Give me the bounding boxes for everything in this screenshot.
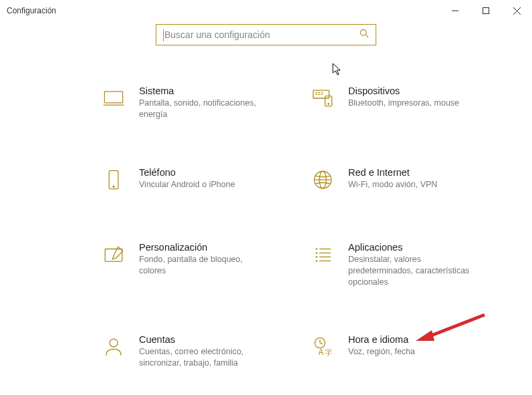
system-icon [100,87,127,114]
tile-accounts[interactable]: Cuentas Cuentas, correo electrónico, sin… [100,334,261,369]
svg-line-34 [320,343,323,344]
svg-text:字: 字 [325,348,332,356]
svg-rect-6 [104,92,122,103]
phone-icon [100,168,127,195]
tile-desc: Wi-Fi, modo avión, VPN [348,179,470,190]
tile-personalization[interactable]: Personalización Fondo, pantalla de bloqu… [100,242,261,288]
tile-title: Red e Internet [348,167,470,178]
time-language-icon: A 字 [309,336,336,362]
close-button[interactable] [501,0,532,21]
tile-title: Dispositivos [348,86,470,96]
search-wrap [0,24,532,45]
tile-desc: Vincular Android o iPhone [139,179,261,190]
apps-icon [309,243,336,270]
tile-desc: Cuentas, correo electrónico, sincronizar… [139,346,261,369]
svg-point-18 [113,186,114,187]
tile-title: Aplicaciones [348,242,470,253]
settings-grid: Sistema Pantalla, sonido, notificaciones… [0,86,532,369]
tile-desc: Voz, región, fecha [348,346,470,358]
tile-desc: Bluetooth, impresoras, mouse [348,98,470,109]
tile-time-language[interactable]: A 字 Hora e idioma Voz, región, fecha [309,334,470,369]
mouse-cursor-icon [332,63,343,79]
svg-point-27 [315,256,317,258]
tile-network[interactable]: Red e Internet Wi-Fi, modo avión, VPN [309,167,470,195]
tile-desc: Pantalla, sonido, notificaciones, energí… [139,98,261,120]
window-buttons [440,0,532,21]
tile-title: Teléfono [139,167,261,178]
maximize-button[interactable] [471,0,501,21]
svg-point-31 [110,339,118,347]
search-icon [360,29,369,41]
svg-line-5 [366,35,368,37]
tile-title: Sistema [139,86,261,96]
window-title: Configuración [7,6,56,15]
tile-phone[interactable]: Teléfono Vincular Android o iPhone [100,167,261,195]
tile-apps[interactable]: Aplicaciones Desinstalar, valores predet… [309,242,470,288]
svg-point-23 [315,248,317,250]
svg-point-29 [315,260,317,262]
globe-icon [309,168,336,195]
tile-desc: Fondo, pantalla de bloqueo, colores [139,254,261,277]
search-input[interactable] [163,29,360,41]
titlebar: Configuración [0,0,532,21]
minimize-button[interactable] [440,0,471,21]
tile-system[interactable]: Sistema Pantalla, sonido, notificaciones… [100,86,261,120]
tile-devices[interactable]: Dispositivos Bluetooth, impresoras, mous… [309,86,470,120]
svg-rect-1 [483,8,489,14]
accounts-icon [100,336,127,362]
text-caret [163,29,164,41]
devices-icon [309,87,336,114]
personalization-icon [100,243,127,270]
tile-desc: Desinstalar, valores predeterminados, ca… [348,254,470,288]
svg-point-25 [315,252,317,254]
search-box[interactable] [156,24,376,45]
tile-title: Personalización [139,242,261,253]
svg-point-16 [328,104,329,105]
svg-text:A: A [318,348,323,357]
svg-point-4 [360,29,366,35]
tile-title: Hora e idioma [348,334,470,345]
tile-title: Cuentas [139,334,261,345]
